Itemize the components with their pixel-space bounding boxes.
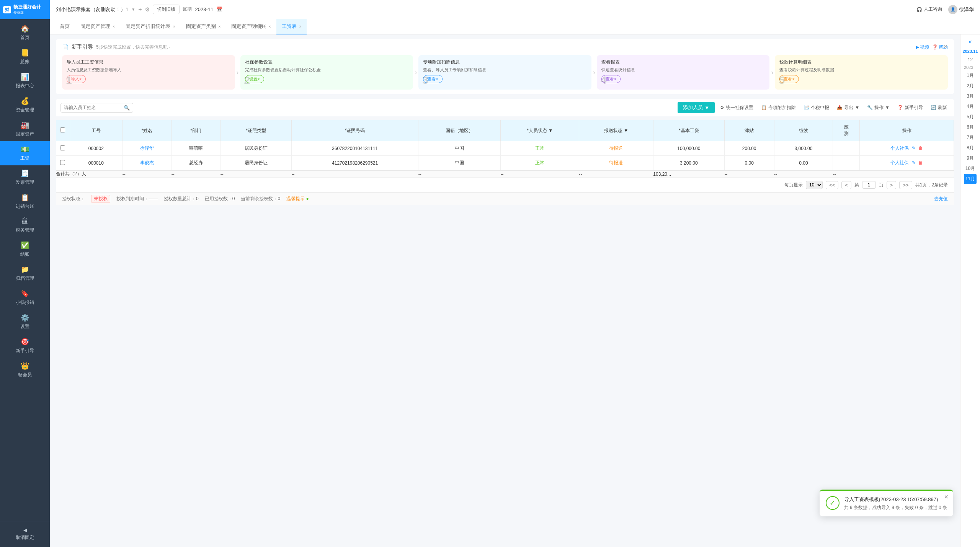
auth-label: 授权状态：	[62, 196, 85, 202]
video-icon: ▶	[916, 44, 919, 50]
settings-icon[interactable]: ⚙	[145, 6, 150, 13]
month-item-2[interactable]: 2月	[964, 81, 977, 91]
month-item-4[interactable]: 4月	[964, 101, 977, 112]
toast-close-btn[interactable]: ✕	[944, 494, 949, 500]
tab-asset-category[interactable]: 固定资产类别×	[181, 19, 226, 34]
cell-emp-no: 000002	[70, 141, 122, 156]
tab-close-salary-table[interactable]: ×	[299, 24, 301, 29]
col-allowance: 津贴	[724, 120, 774, 141]
cell-nationality-2: 中国	[418, 156, 501, 171]
col-status[interactable]: *人员状态 ▼	[501, 120, 579, 141]
per-page-select[interactable]: 10 20 50	[806, 181, 823, 189]
month-item-9[interactable]: 9月	[964, 153, 977, 163]
panel-toggle-btn[interactable]: «	[966, 36, 974, 47]
total-records: 共1页，2条记录	[915, 182, 948, 188]
tab-depreciation[interactable]: 固定资产折旧统计表×	[120, 19, 180, 34]
sidebar-item-assets[interactable]: 🏭固定资产	[0, 117, 50, 141]
sidebar-item-report[interactable]: 📊报表中心	[0, 69, 50, 93]
add-account-icon[interactable]: +	[138, 6, 142, 13]
select-all-checkbox[interactable]	[60, 127, 65, 132]
col-name[interactable]: *姓名	[122, 120, 172, 141]
tab-close-fixed-assets[interactable]: ×	[113, 24, 115, 29]
sidebar-label-tax: 税务管理	[16, 227, 34, 233]
sidebar-item-ledger[interactable]: 📒总账	[0, 45, 50, 69]
charge-btn[interactable]: 去充值	[934, 196, 948, 202]
sidebar: 财 畅捷通好会计 专业版 🏠首页📒总账📊报表中心💰资金管理🏭固定资产💵工资🧾发票…	[0, 0, 50, 547]
special-deduction-btn[interactable]: 📋 专项附加扣除	[759, 103, 798, 113]
month-item-6[interactable]: 6月	[964, 122, 977, 132]
sidebar-item-member[interactable]: 👑畅会员	[0, 358, 50, 382]
sidebar-item-settings[interactable]: ⚙️设置	[0, 310, 50, 334]
cell-operation-2[interactable]: 个人社保 ✎ 🗑	[860, 156, 954, 171]
col-dept: *部门	[172, 120, 220, 141]
sidebar-item-invoice[interactable]: 🧾发票管理	[0, 165, 50, 189]
page-input[interactable]	[862, 181, 876, 189]
first-page-btn[interactable]: <<	[826, 181, 838, 189]
delete-icon-1[interactable]: 🗑	[918, 145, 923, 151]
step-2-title: 社保参数设置	[245, 59, 409, 65]
sidebar-item-guide[interactable]: 🎯新手引导	[0, 334, 50, 358]
sidebar-item-home[interactable]: 🏠首页	[0, 21, 50, 45]
delete-icon-2[interactable]: 🗑	[918, 160, 923, 165]
tax-declaration-btn[interactable]: 📑 个税申报	[801, 103, 831, 113]
user-name: 徐泽华	[959, 6, 974, 13]
tab-asset-detail[interactable]: 固定资产明细账×	[226, 19, 276, 34]
export-btn[interactable]: 📤 导出 ▼	[835, 103, 862, 113]
edit-icon-1[interactable]: ✎	[912, 145, 916, 151]
month-item-10[interactable]: 10月	[964, 163, 977, 174]
sidebar-item-salary[interactable]: 💵工资	[0, 141, 50, 165]
cancel-fixed-label: 取消固定	[16, 534, 34, 541]
last-page-btn[interactable]: >>	[899, 181, 912, 189]
cell-name-2[interactable]: 李俊杰	[140, 160, 154, 165]
month-item-1[interactable]: 1月	[964, 70, 977, 81]
table-row: 000002 徐泽华 嘻嘻嘻 居民身份证 360782200104131111 …	[56, 141, 954, 156]
tab-close-asset-category[interactable]: ×	[218, 24, 220, 29]
prev-page-btn[interactable]: <	[841, 181, 851, 189]
social-insurance-btn[interactable]: ⚙ 统一社保设置	[718, 103, 756, 113]
period-calendar-icon[interactable]: 📅	[216, 7, 222, 12]
assets-icon: 🏭	[21, 121, 29, 129]
tab-close-asset-detail[interactable]: ×	[268, 24, 271, 29]
guide-step-2: 社保参数设置 完成社保参数设置后自动计算社保公积金 设置> 2	[240, 55, 413, 90]
cell-operation-1[interactable]: 个人社保 ✎ 🗑	[860, 141, 954, 156]
page-label: 页	[879, 182, 884, 188]
switch-version-btn[interactable]: 切到旧版	[153, 5, 180, 14]
tab-home[interactable]: 首页	[54, 19, 75, 34]
beginner-guide-btn[interactable]: ❓ 新手引导	[895, 103, 925, 113]
edit-icon-2[interactable]: ✎	[912, 160, 916, 165]
col-report-status[interactable]: 报送状态 ▼	[579, 120, 653, 141]
next-page-btn[interactable]: >	[887, 181, 897, 189]
sidebar-item-archive[interactable]: 📁归档管理	[0, 261, 50, 286]
month-item-12[interactable]: 12	[964, 55, 977, 64]
cancel-fixed-btn[interactable]: ◀ 取消固定	[2, 524, 48, 544]
table-row: 000010 李俊杰 总经办 居民身份证 412702198206290521 …	[56, 156, 954, 171]
month-item-8[interactable]: 8月	[964, 143, 977, 153]
add-employee-btn[interactable]: 添加人员 ▼	[678, 102, 715, 113]
guide-step-1: 导入员工工资信息 人员信息及工资数据新增导入 导入> 1	[62, 55, 235, 90]
sidebar-item-close[interactable]: ✅结账	[0, 237, 50, 261]
service-btn[interactable]: 🎧 人工咨询	[916, 6, 942, 13]
operations-btn[interactable]: 🔧 操作 ▼	[865, 103, 892, 113]
home-icon: 🏠	[21, 24, 29, 33]
row-checkbox-1[interactable]	[60, 145, 65, 150]
sidebar-item-purchase[interactable]: 📋进销台账	[0, 189, 50, 214]
tab-salary-table[interactable]: 工资表×	[276, 19, 307, 34]
sidebar-item-fund[interactable]: 💰资金管理	[0, 93, 50, 117]
account-dropdown-icon[interactable]: ▼	[131, 7, 135, 11]
month-item-7[interactable]: 7月	[964, 132, 977, 143]
sidebar-item-tax[interactable]: 🏛税务管理	[0, 214, 50, 237]
tab-fixed-assets[interactable]: 固定资产管理×	[75, 19, 120, 34]
guide-video-link[interactable]: ▶ 视频	[916, 44, 929, 51]
sidebar-item-expense[interactable]: 🔖小畅报销	[0, 286, 50, 310]
refresh-btn[interactable]: 🔄 刷新	[928, 103, 949, 113]
help-icon: ❓	[932, 44, 938, 50]
tab-close-depreciation[interactable]: ×	[173, 24, 175, 29]
salary-table: 工号 *姓名 *部门 *证照类型 *证照号码 国籍（地区） *人员状态 ▼	[56, 120, 954, 177]
guide-close-btn[interactable]: ✕	[944, 44, 948, 49]
month-item-5[interactable]: 5月	[964, 112, 977, 122]
row-checkbox-2[interactable]	[60, 160, 65, 165]
search-input[interactable]	[64, 105, 121, 110]
month-item-11[interactable]: 11月	[964, 174, 977, 184]
month-item-3[interactable]: 3月	[964, 91, 977, 101]
cell-name-1[interactable]: 徐泽华	[140, 145, 154, 151]
